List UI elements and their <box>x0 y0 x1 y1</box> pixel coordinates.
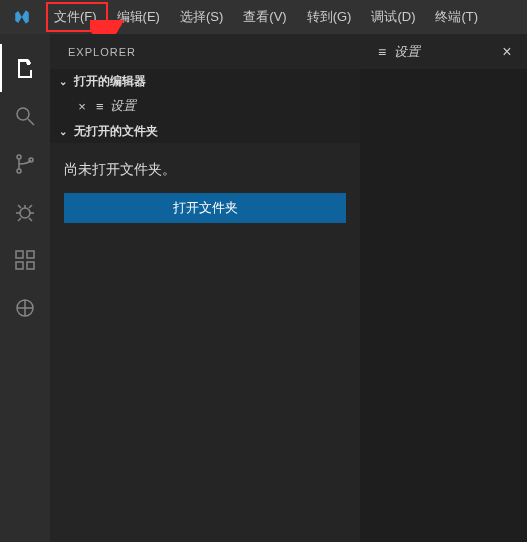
svg-point-6 <box>20 208 30 218</box>
svg-point-1 <box>17 108 29 120</box>
menu-goto[interactable]: 转到(G) <box>297 0 362 34</box>
svg-rect-7 <box>16 251 23 258</box>
close-icon[interactable]: × <box>74 99 90 114</box>
activity-debug[interactable] <box>0 188 50 236</box>
open-editor-item[interactable]: × ≡ 设置 <box>50 93 360 119</box>
title-bar: 文件(F) 编辑(E) 选择(S) 查看(V) 转到(G) 调试(D) 终端(T… <box>0 0 527 34</box>
menu-view[interactable]: 查看(V) <box>233 0 296 34</box>
svg-rect-9 <box>27 262 34 269</box>
menu-debug[interactable]: 调试(D) <box>361 0 425 34</box>
app-logo <box>0 0 44 34</box>
editor-area: ≡ 设置 × <box>360 34 527 542</box>
activity-scm[interactable] <box>0 140 50 188</box>
circle-icon <box>13 296 37 320</box>
vscode-icon <box>13 8 31 26</box>
sidebar-body: 尚未打开文件夹。 打开文件夹 <box>50 143 360 542</box>
settings-icon: ≡ <box>96 99 104 114</box>
search-icon <box>13 104 37 128</box>
svg-rect-10 <box>27 251 34 258</box>
menu-edit[interactable]: 编辑(E) <box>107 0 170 34</box>
workbench: EXPLORER ⌄ 打开的编辑器 × ≡ 设置 ⌄ 无打开的文件夹 尚未打开文… <box>0 34 527 542</box>
menu-select[interactable]: 选择(S) <box>170 0 233 34</box>
activity-search[interactable] <box>0 92 50 140</box>
settings-icon: ≡ <box>378 44 386 60</box>
activity-remote[interactable] <box>0 284 50 332</box>
tab-bar: ≡ 设置 × <box>360 34 527 69</box>
open-folder-button[interactable]: 打开文件夹 <box>64 193 346 223</box>
branch-icon <box>13 152 37 176</box>
tab-label: 设置 <box>394 43 420 61</box>
svg-point-4 <box>17 169 21 173</box>
tab-settings[interactable]: ≡ 设置 <box>370 34 428 69</box>
svg-rect-8 <box>16 262 23 269</box>
chevron-down-icon: ⌄ <box>56 126 70 137</box>
svg-point-3 <box>17 155 21 159</box>
bug-icon <box>13 200 37 224</box>
no-folder-label: 无打开的文件夹 <box>74 123 158 140</box>
svg-line-2 <box>28 119 34 125</box>
extensions-icon <box>13 248 37 272</box>
activity-explorer[interactable] <box>0 44 50 92</box>
chevron-down-icon: ⌄ <box>56 76 70 87</box>
open-editor-label: 设置 <box>110 97 136 115</box>
files-icon <box>13 56 37 80</box>
sidebar-title: EXPLORER <box>50 34 360 69</box>
sidebar: EXPLORER ⌄ 打开的编辑器 × ≡ 设置 ⌄ 无打开的文件夹 尚未打开文… <box>50 34 360 542</box>
menu-terminal[interactable]: 终端(T) <box>425 0 488 34</box>
open-editors-label: 打开的编辑器 <box>74 73 146 90</box>
activity-bar <box>0 34 50 542</box>
activity-extensions[interactable] <box>0 236 50 284</box>
open-editors-header[interactable]: ⌄ 打开的编辑器 <box>50 69 360 93</box>
menu-bar: 文件(F) 编辑(E) 选择(S) 查看(V) 转到(G) 调试(D) 终端(T… <box>44 0 488 34</box>
no-folder-header[interactable]: ⌄ 无打开的文件夹 <box>50 119 360 143</box>
tab-close-button[interactable]: × <box>497 42 517 62</box>
open-editors-section: ⌄ 打开的编辑器 × ≡ 设置 ⌄ 无打开的文件夹 <box>50 69 360 143</box>
menu-file[interactable]: 文件(F) <box>44 0 107 34</box>
no-folder-message: 尚未打开文件夹。 <box>64 161 346 179</box>
